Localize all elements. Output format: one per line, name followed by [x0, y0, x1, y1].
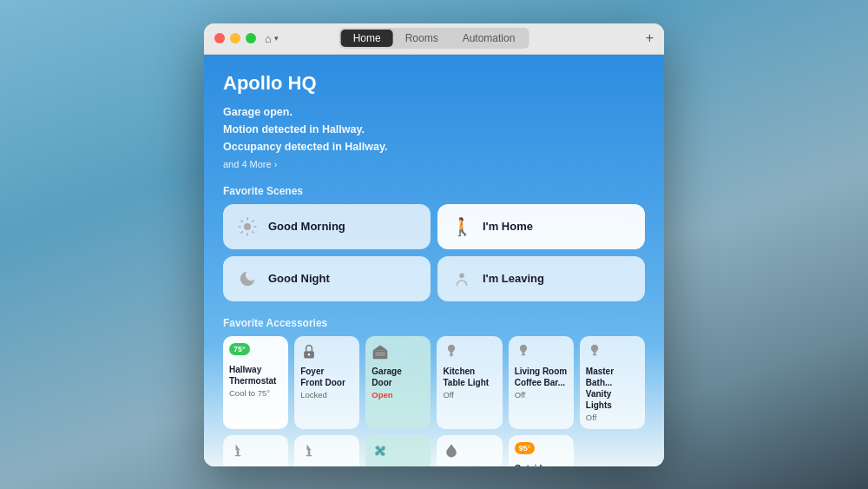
- front-door-status: Locked: [300, 390, 353, 400]
- im-home-icon: 🚶: [450, 215, 474, 239]
- add-button[interactable]: +: [646, 30, 654, 46]
- garage-door-status: Open: [372, 390, 424, 400]
- scene-im-home[interactable]: 🚶 I'm Home: [437, 204, 645, 249]
- svg-rect-14: [306, 455, 312, 456]
- coffee-bar-name: Living Room Coffee Bar...: [515, 366, 568, 388]
- outside-temp-icon: 95°: [515, 442, 568, 458]
- thermostat-icon: 75°: [229, 343, 282, 359]
- humidity-name: Outside Humidity: [443, 465, 496, 466]
- front-door-name: Foyer Front Door: [300, 366, 353, 388]
- accessory-hallway-thermostat[interactable]: 75° Hallway Thermostat Cool to 75°: [223, 336, 288, 429]
- svg-rect-7: [450, 354, 453, 355]
- good-morning-icon: [235, 215, 260, 239]
- scene-im-leaving[interactable]: I'm Leaving: [437, 256, 645, 301]
- thermostat-name: Hallway Thermostat: [229, 364, 282, 387]
- main-window: ⌂ ▾ Home Rooms Automation + Apollo HQ Ga…: [204, 23, 664, 466]
- im-leaving-icon: [450, 267, 474, 291]
- vanity-lights-name: Master Bath... Vanity Lights: [586, 366, 639, 411]
- svg-rect-10: [593, 354, 596, 355]
- coffee-bar-status: Off: [515, 390, 568, 400]
- svg-rect-12: [235, 455, 241, 456]
- svg-rect-5: [375, 352, 385, 353]
- lock-icon: [300, 343, 353, 360]
- tab-rooms[interactable]: Rooms: [393, 30, 450, 47]
- accessory-right-lamp[interactable]: Bedroom Right Lamp Off: [294, 435, 359, 466]
- left-lamp-name: Bedroom Left Lamp: [229, 465, 282, 466]
- home-title: Apollo HQ: [223, 72, 645, 95]
- titlebar: ⌂ ▾ Home Rooms Automation +: [204, 23, 664, 55]
- accessories-section-label: Favorite Accessories: [223, 317, 645, 329]
- accessory-bedroom-fan[interactable]: Bedroom Fan 75%: [365, 435, 431, 466]
- svg-rect-11: [237, 450, 240, 455]
- garage-door-name: Garage Door: [372, 366, 424, 388]
- im-leaving-label: I'm Leaving: [483, 272, 544, 285]
- titlebar-tabs: Home Rooms Automation: [339, 28, 529, 49]
- alert-1: Garage open.: [223, 103, 645, 121]
- accessory-front-door[interactable]: Foyer Front Door Locked: [294, 336, 359, 429]
- outside-temp-badge: 95°: [515, 442, 536, 454]
- left-lamp-icon: [229, 442, 282, 459]
- tab-automation[interactable]: Automation: [450, 30, 528, 47]
- svg-rect-13: [308, 450, 311, 455]
- accessory-outside-temp[interactable]: 95° Outside Temperature: [509, 435, 574, 466]
- more-alerts-link[interactable]: and 4 More ›: [223, 159, 645, 169]
- thermostat-badge: 75°: [229, 343, 250, 355]
- coffee-bar-icon: [515, 343, 568, 360]
- im-home-label: I'm Home: [483, 220, 533, 233]
- alerts-section: Garage open. Motion detected in Hallway.…: [223, 103, 645, 155]
- tab-home[interactable]: Home: [341, 30, 393, 47]
- accessory-left-lamp[interactable]: Bedroom Left Lamp Off: [223, 435, 288, 466]
- house-icon: ⌂: [265, 32, 272, 45]
- outside-temp-name: Outside Temperature: [515, 463, 568, 466]
- maximize-button[interactable]: [246, 33, 256, 43]
- scenes-grid: Good Morning 🚶 I'm Home Good Night: [223, 204, 645, 301]
- kitchen-light-status: Off: [443, 390, 496, 400]
- vanity-lights-status: Off: [586, 413, 639, 422]
- good-night-icon: [235, 267, 260, 291]
- alert-3: Occupancy detected in Hallway.: [223, 138, 645, 155]
- minimize-button[interactable]: [230, 33, 240, 43]
- chevron-down-icon: ▾: [274, 34, 279, 43]
- svg-point-3: [308, 354, 311, 356]
- scenes-section-label: Favorite Scenes: [223, 185, 645, 197]
- kitchen-light-icon: [443, 343, 496, 360]
- svg-rect-8: [450, 355, 453, 356]
- humidity-icon: [443, 442, 496, 459]
- accessory-coffee-bar[interactable]: Living Room Coffee Bar... Off: [509, 336, 574, 429]
- scene-good-night[interactable]: Good Night: [223, 256, 431, 301]
- right-lamp-name: Bedroom Right Lamp: [300, 465, 353, 466]
- scene-good-morning[interactable]: Good Morning: [223, 204, 431, 249]
- svg-point-1: [459, 273, 464, 278]
- kitchen-light-name: Kitchen Table Light: [443, 366, 496, 388]
- accessories-grid: 75° Hallway Thermostat Cool to 75°: [223, 336, 645, 466]
- accessory-garage-door[interactable]: Garage Door Open: [365, 336, 431, 429]
- accessory-outside-humidity[interactable]: Outside Humidity 50%: [437, 435, 502, 466]
- svg-rect-9: [522, 354, 525, 355]
- thermostat-status: Cool to 75°: [229, 388, 282, 398]
- fan-icon: [372, 442, 424, 459]
- home-nav-button[interactable]: ⌂ ▾: [265, 32, 279, 45]
- svg-rect-6: [375, 354, 385, 355]
- alert-2: Motion detected in Hallway.: [223, 121, 645, 138]
- vanity-lights-icon: [586, 343, 639, 360]
- svg-point-0: [244, 223, 251, 230]
- accessory-vanity-lights[interactable]: Master Bath... Vanity Lights Off: [580, 336, 645, 429]
- right-lamp-icon: [300, 442, 353, 459]
- good-night-label: Good Night: [268, 272, 330, 285]
- close-button[interactable]: [214, 33, 225, 43]
- fan-name: Bedroom Fan: [372, 465, 424, 466]
- garage-icon: [372, 343, 424, 360]
- good-morning-label: Good Morning: [268, 220, 345, 233]
- traffic-lights: [214, 33, 256, 43]
- main-content: Apollo HQ Garage open. Motion detected i…: [204, 55, 664, 466]
- accessory-kitchen-light[interactable]: Kitchen Table Light Off: [437, 336, 502, 429]
